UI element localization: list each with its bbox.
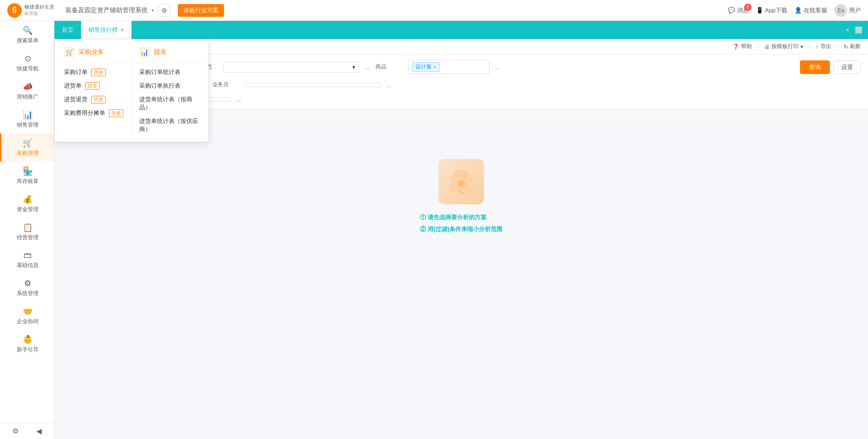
report-col-icon: 📊 xyxy=(139,47,150,58)
dropdown-item-label: 采购订单 xyxy=(64,68,88,76)
report-column: 📊 报表 采购订单统计表采购订单执行表进货单统计表（按商品）进货单统计表（按供应… xyxy=(136,45,203,136)
dropdown-item-label: 采购订单执行表 xyxy=(139,82,180,90)
history-badge: 历史 xyxy=(91,69,106,76)
dropdown-item-label: 采购订单统计表 xyxy=(139,68,180,76)
history-badge: 历史 xyxy=(85,82,100,90)
purchase-dropdown-menu: 🛒 采购业务 采购订单 历史 进货单 历史 进货退货 历史 采购费用分摊单 历史… xyxy=(54,39,209,142)
purchase-col-header: 🛒 采购业务 xyxy=(60,45,128,63)
dropdown-item-label: 进货退货 xyxy=(64,95,88,104)
dropdown-item-label: 进货单 xyxy=(64,82,82,90)
dropdown-item-进货单[interactable]: 进货单 历史 xyxy=(60,79,128,93)
dropdown-columns: 🛒 采购业务 采购订单 历史 进货单 历史 进货退货 历史 采购费用分摊单 历史… xyxy=(60,45,203,136)
purchase-column: 🛒 采购业务 采购订单 历史 进货单 历史 进货退货 历史 采购费用分摊单 历史 xyxy=(60,45,128,136)
purchase-col-icon: 🛒 xyxy=(64,47,75,58)
dropdown-item-采购订单执行表[interactable]: 采购订单执行表 xyxy=(136,79,203,93)
dropdown-item-label: 进货单统计表（按供应商） xyxy=(139,117,200,133)
report-col-title: 报表 xyxy=(154,48,166,56)
col-divider xyxy=(132,45,132,136)
report-col-header: 📊 报表 xyxy=(136,45,203,63)
purchase-col-title: 采购业务 xyxy=(78,48,104,56)
dropdown-item-采购费用分摊单[interactable]: 采购费用分摊单 历史 xyxy=(60,106,128,120)
dropdown-item-采购订单统计表[interactable]: 采购订单统计表 xyxy=(136,65,203,79)
dropdown-item-label: 进货单统计表（按商品） xyxy=(139,95,200,112)
dropdown-item-label: 采购费用分摊单 xyxy=(64,109,105,117)
dropdown-item-进货单统计表（按供应商）[interactable]: 进货单统计表（按供应商） xyxy=(136,114,203,136)
dropdown-item-进货单统计表（按商品）[interactable]: 进货单统计表（按商品） xyxy=(136,93,203,114)
dropdown-item-进货退货[interactable]: 进货退货 历史 xyxy=(60,93,128,106)
history-badge: 历史 xyxy=(109,109,123,117)
dropdown-item-采购订单[interactable]: 采购订单 历史 xyxy=(60,65,128,79)
history-badge: 历史 xyxy=(91,96,106,104)
